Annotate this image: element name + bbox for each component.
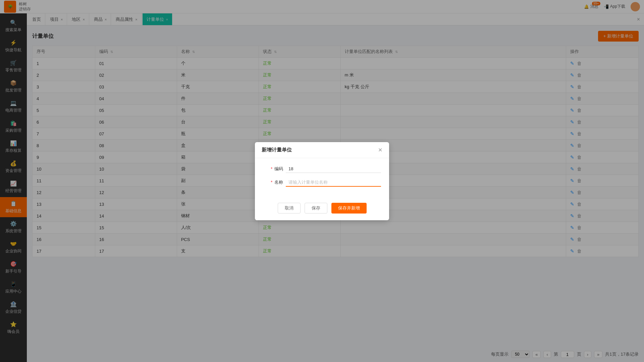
modal-close-btn[interactable]: ✕ [378,147,382,153]
name-required-star: * [271,180,272,185]
modal-body: * 编码 * 名称 [255,158,389,199]
add-unit-modal: 新增计量单位 ✕ * 编码 * 名称 取消 保存 保存并新增 [255,142,389,220]
code-form-row: * 编码 [263,165,381,173]
name-input[interactable] [286,178,381,187]
modal-header: 新增计量单位 ✕ [255,142,389,158]
code-required-star: * [271,166,272,171]
name-label: * 名称 [263,179,283,185]
code-input[interactable] [286,165,381,173]
cancel-button[interactable]: 取消 [278,203,301,214]
save-button[interactable]: 保存 [305,203,327,214]
code-label: * 编码 [263,166,283,172]
modal-overlay: 新增计量单位 ✕ * 编码 * 名称 取消 保存 保存并新增 [0,0,644,362]
modal-title: 新增计量单位 [262,147,292,153]
name-form-row: * 名称 [263,178,381,187]
save-and-new-button[interactable]: 保存并新增 [331,203,367,214]
modal-footer: 取消 保存 保存并新增 [255,199,389,220]
